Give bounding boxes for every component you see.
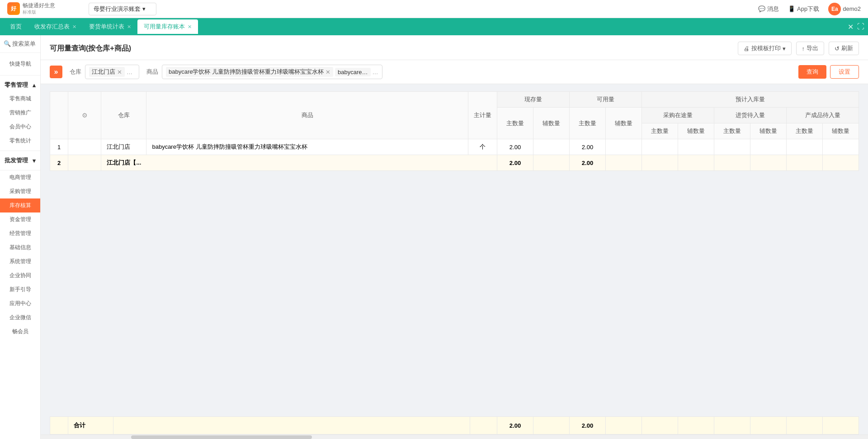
industry-label: 母婴行业演示账套 <box>94 5 141 13</box>
sidebar-item-system[interactable]: 系统管理 <box>0 255 40 269</box>
footer-unit <box>470 417 497 434</box>
warehouse-filter-input[interactable]: 江北门店 ✕ … <box>85 65 139 79</box>
sidebar-item-operations[interactable]: 经营管理 <box>0 227 40 241</box>
cell-stock-aux <box>533 139 570 155</box>
subtotal-stock-main: 2.00 <box>497 155 533 171</box>
chevron-down-icon: ▾ <box>33 157 36 164</box>
filter-actions: 查询 设置 <box>798 65 859 79</box>
expand-icon[interactable]: ⛶ <box>857 23 864 31</box>
cell-avail-main: 2.00 <box>570 139 606 155</box>
col-prod-main-header: 主数量 <box>787 123 823 139</box>
footer-empty1 <box>50 417 68 434</box>
table-area: ⚙ 仓库 商品 主计量 现存量 可用量 预计入库量 主数量 辅数量 主数量 辅数… <box>41 84 868 416</box>
warehouse-tag-close[interactable]: ✕ <box>117 69 122 76</box>
cell-settings <box>68 139 101 155</box>
product-tag1-close[interactable]: ✕ <box>326 69 330 76</box>
tab-order-stats-close[interactable]: ✕ <box>127 24 131 30</box>
main-layout: 🔍 搜索菜单 快捷导航 零售管理 ▴ 零售商城 营销推广 会员中心 零售统计 批… <box>0 35 868 439</box>
sidebar-item-member[interactable]: 会员中心 <box>0 120 40 134</box>
tab-available-stock-close[interactable]: ✕ <box>188 24 192 30</box>
subtotal-prod-aux <box>823 155 859 171</box>
sidebar-item-guide[interactable]: 新手引导 <box>0 283 40 297</box>
sidebar-section-retail-header[interactable]: 零售管理 ▴ <box>0 78 40 92</box>
cell-prod-main <box>787 139 823 155</box>
chevron-down-icon: ▾ <box>783 45 786 52</box>
template-print-button[interactable]: 🖨 按模板打印 ▾ <box>738 42 792 55</box>
horizontal-scrollbar[interactable] <box>41 434 868 439</box>
sidebar-item-ecommerce[interactable]: 电商管理 <box>0 170 40 184</box>
tab-stock-summary[interactable]: 收发存汇总表 ✕ <box>28 19 83 34</box>
logo-icon: 好 <box>7 2 20 15</box>
sidebar-section-wholesale-header[interactable]: 批发管理 ▾ <box>0 154 40 167</box>
warehouse-filter-label: 仓库 <box>70 68 81 76</box>
col-production-group-header: 产成品待入量 <box>787 108 859 123</box>
tab-bar-actions: ✕ ⛶ <box>848 23 864 31</box>
cell-inc-main <box>714 139 750 155</box>
subtotal-avail-aux <box>606 155 642 171</box>
sidebar-item-wechat[interactable]: 企业微信 <box>0 311 40 325</box>
product-filter-input[interactable]: babycare学饮杯 儿童防摔防撞吸管杯重力球吸嘴杯宝宝水杯 ✕ babyca… <box>162 65 382 79</box>
filter-toggle-button[interactable]: » <box>50 66 62 78</box>
product-filter-group: 商品 babycare学饮杯 儿童防摔防撞吸管杯重力球吸嘴杯宝宝水杯 ✕ bab… <box>146 65 382 79</box>
mobile-icon: 📱 <box>788 5 795 12</box>
col-stock-aux-header: 辅数量 <box>533 108 570 139</box>
tab-home[interactable]: 首页 <box>4 19 28 34</box>
table-row: 1 江北门店 babycare学饮杯 儿童防摔防撞吸管杯重力球吸嘴杯宝宝水杯 个… <box>50 139 859 155</box>
app-download-label: App下载 <box>797 5 819 13</box>
sidebar-search[interactable]: 🔍 搜索菜单 <box>0 35 40 53</box>
sidebar-item-member2[interactable]: 畅会员 <box>0 325 40 339</box>
print-icon: 🖨 <box>744 45 750 52</box>
user-menu[interactable]: Ea demo2 <box>828 3 861 15</box>
sidebar-item-enterprise[interactable]: 企业协同 <box>0 269 40 283</box>
scrollbar-thumb[interactable] <box>131 435 312 439</box>
message-icon: 💬 <box>758 5 765 12</box>
subtotal-stock-aux <box>533 155 570 171</box>
tab-stock-summary-close[interactable]: ✕ <box>72 24 76 30</box>
setting-button[interactable]: 设置 <box>830 65 859 79</box>
sidebar-item-app-center[interactable]: 应用中心 <box>0 297 40 311</box>
app-download-button[interactable]: 📱 App下载 <box>788 5 819 13</box>
logo-text-block: 畅捷通好生意 标准版 <box>23 2 55 15</box>
sidebar-item-inventory[interactable]: 库存核算 <box>0 198 40 212</box>
product-filter-more[interactable]: … <box>373 69 378 76</box>
col-prod-aux-header: 辅数量 <box>823 123 859 139</box>
warehouse-tag-value: 江北门店 <box>92 68 115 76</box>
tab-order-stats[interactable]: 要货单统计表 ✕ <box>83 19 137 34</box>
refresh-label: 刷新 <box>841 44 853 52</box>
col-stock-main-header: 主数量 <box>497 108 533 139</box>
sidebar-quick-nav[interactable]: 快捷导航 <box>0 57 40 71</box>
footer-inc-aux <box>750 417 787 434</box>
warehouse-tag: 江北门店 ✕ <box>89 67 125 77</box>
sidebar-item-basic-info[interactable]: 基础信息 <box>0 241 40 255</box>
sidebar-item-finance[interactable]: 资金管理 <box>0 212 40 227</box>
col-settings-header[interactable]: ⚙ <box>68 92 101 139</box>
sidebar-search-label: 搜索菜单 <box>12 40 36 47</box>
sidebar-item-marketing[interactable]: 营销推广 <box>0 106 40 120</box>
sidebar-item-purchase[interactable]: 采购管理 <box>0 184 40 198</box>
footer-avail-main: 2.00 <box>570 417 606 434</box>
query-button[interactable]: 查询 <box>798 65 826 79</box>
close-all-icon[interactable]: ✕ <box>848 23 854 31</box>
export-button[interactable]: ↑ 导出 <box>796 42 825 55</box>
product-filter-label: 商品 <box>146 68 158 76</box>
footer-avail-aux <box>606 417 642 434</box>
sidebar-item-retail-mall[interactable]: 零售商城 <box>0 92 40 106</box>
cell-pur-aux <box>678 139 714 155</box>
industry-selector[interactable]: 母婴行业演示账套 ▾ <box>89 3 156 15</box>
page-header-actions: 🖨 按模板打印 ▾ ↑ 导出 ↺ 刷新 <box>738 42 859 55</box>
tab-home-label: 首页 <box>10 23 22 31</box>
search-icon: 🔍 <box>4 40 11 47</box>
tab-available-stock[interactable]: 可用量库存账本 ✕ <box>137 19 198 34</box>
col-purchase-group-header: 采购在途量 <box>642 108 714 123</box>
message-button[interactable]: 💬 消息 <box>758 5 779 13</box>
footer-total-area: 合计 2.00 2.00 <box>41 416 868 434</box>
col-unit-header: 主计量 <box>468 92 497 139</box>
subtotal-no: 2 <box>50 155 68 171</box>
sidebar-item-retail-stats[interactable]: 零售统计 <box>0 134 40 148</box>
subtotal-avail-main: 2.00 <box>570 155 606 171</box>
warehouse-filter-more[interactable]: … <box>127 69 132 76</box>
export-label: 导出 <box>807 44 818 52</box>
subtotal-pur-main <box>642 155 678 171</box>
refresh-button[interactable]: ↺ 刷新 <box>829 42 859 55</box>
cell-pur-main <box>642 139 678 155</box>
